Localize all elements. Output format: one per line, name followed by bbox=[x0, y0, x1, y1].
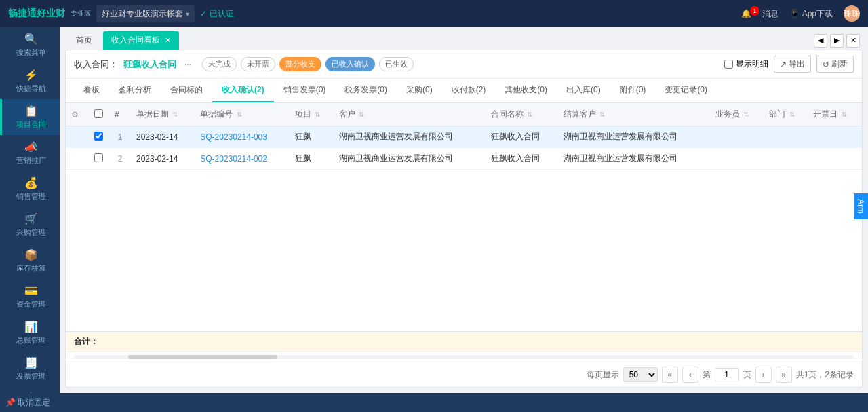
sidebar-item-marketing[interactable]: 📣 营销推广 bbox=[0, 135, 60, 171]
first-page-btn[interactable]: « bbox=[662, 367, 678, 383]
refresh-btn[interactable]: ↺ 刷新 bbox=[816, 56, 854, 73]
page-unit: 页 bbox=[743, 369, 751, 381]
th-result-customer: 结算客户 ⇅ bbox=[558, 103, 710, 126]
sidebar-item-general[interactable]: 📊 总账管理 bbox=[0, 315, 60, 351]
purchase-icon: 🛒 bbox=[24, 212, 38, 225]
sort-dept-icon[interactable]: ⇅ bbox=[789, 111, 795, 118]
tab-controls: ◀ ▶ ✕ bbox=[814, 34, 860, 48]
sort-result-icon[interactable]: ⇅ bbox=[599, 111, 605, 118]
sort-date-icon[interactable]: ⇅ bbox=[172, 111, 178, 118]
company-selector[interactable]: 好业财专业版演示帐套 ▾ bbox=[96, 5, 195, 22]
tab-contract-board[interactable]: 收入合同看板 ✕ bbox=[103, 31, 179, 50]
tab-home[interactable]: 首页 bbox=[68, 31, 100, 50]
tab-payment[interactable]: 收付款(2) bbox=[442, 79, 496, 102]
status-badge-incomplete[interactable]: 未完成 bbox=[202, 57, 237, 71]
cell-project: 狂飙 bbox=[290, 126, 334, 148]
status-badge-effective[interactable]: 已生效 bbox=[379, 57, 414, 71]
user-menu[interactable]: 珠珠 bbox=[844, 5, 860, 22]
sidebar-item-funds[interactable]: 💳 资金管理 bbox=[0, 279, 60, 315]
tab-attachment[interactable]: 附件(0) bbox=[610, 79, 656, 102]
scroll-thumb[interactable] bbox=[128, 355, 277, 359]
sidebar-item-project[interactable]: 📋 项目合同 bbox=[0, 99, 60, 135]
sidebar-item-invoice[interactable]: 🧾 发票管理 bbox=[0, 351, 60, 387]
tab-change-log[interactable]: 变更记录(0) bbox=[655, 79, 717, 102]
bottom-cancel-pin-label: 取消固定 bbox=[18, 397, 50, 409]
per-page-select[interactable]: 50 20 100 bbox=[623, 367, 658, 382]
tab-bar: 首页 收入合同看板 ✕ ◀ ▶ ✕ bbox=[60, 27, 868, 50]
select-all-checkbox[interactable] bbox=[94, 109, 103, 118]
sort-docno-icon[interactable]: ⇅ bbox=[237, 111, 242, 118]
tab-contract-label: 收入合同看板 bbox=[111, 35, 160, 45]
app-download-btn[interactable]: 📱 App下载 bbox=[789, 8, 833, 20]
notification-badge: 1 bbox=[750, 6, 760, 16]
doc-no-link[interactable]: SQ-20230214-003 bbox=[200, 132, 267, 142]
page-content: 收入合同： 狂飙收入合同 ··· 未完成 未开票 部分收支 已收入确认 已生效 … bbox=[65, 50, 863, 388]
status-badges: 未完成 未开票 部分收支 已收入确认 已生效 bbox=[202, 57, 414, 71]
cell-doc-no[interactable]: SQ-20230214-002 bbox=[195, 148, 290, 170]
sales-icon: 💰 bbox=[24, 176, 38, 189]
marketing-icon: 📣 bbox=[24, 141, 38, 153]
table-footer: 合计： bbox=[66, 331, 862, 352]
tab-revenue-confirm[interactable]: 收入确认(2) bbox=[212, 79, 274, 102]
page-actions: 显示明细 ↗ 导出 ↺ 刷新 bbox=[724, 56, 854, 73]
status-badge-partial[interactable]: 部分收支 bbox=[279, 57, 321, 71]
show-detail-input[interactable] bbox=[724, 60, 733, 69]
tab-tax-invoice[interactable]: 税务发票(0) bbox=[335, 79, 397, 102]
sort-customer-icon[interactable]: ⇅ bbox=[359, 111, 364, 118]
table-row[interactable]: 1 2023-02-14 SQ-20230214-003 狂飙 湖南卫视商业运营… bbox=[66, 126, 862, 148]
prev-page-btn[interactable]: ‹ bbox=[682, 367, 698, 383]
right-float-label: Arm bbox=[856, 199, 865, 214]
more-btn[interactable]: ··· bbox=[184, 60, 191, 69]
total-label: 合计： bbox=[74, 336, 98, 348]
tab-prev-btn[interactable]: ◀ bbox=[814, 34, 827, 48]
sort-opendate-icon[interactable]: ⇅ bbox=[842, 111, 847, 118]
row-checkbox[interactable] bbox=[94, 153, 103, 162]
settings-icon[interactable]: ⚙ bbox=[71, 110, 79, 119]
last-page-btn[interactable]: » bbox=[776, 367, 792, 383]
status-badge-uninvoiced[interactable]: 未开票 bbox=[241, 57, 275, 71]
cell-customer: 湖南卫视商业运营发展有限公司 bbox=[334, 126, 486, 148]
sidebar-item-search[interactable]: 🔍 搜索菜单 bbox=[0, 27, 60, 63]
bottom-cancel-pin[interactable]: 📌 取消固定 bbox=[5, 397, 50, 409]
show-detail-label: 显示明细 bbox=[736, 58, 768, 70]
sidebar-item-sales[interactable]: 💰 销售管理 bbox=[0, 171, 60, 207]
inventory-icon: 📦 bbox=[24, 248, 38, 261]
tab-subject[interactable]: 合同标的 bbox=[161, 79, 212, 102]
status-badge-confirmed[interactable]: 已收入确认 bbox=[326, 57, 375, 71]
sort-salesperson-icon[interactable]: ⇅ bbox=[743, 111, 749, 118]
cell-checkbox[interactable] bbox=[87, 126, 109, 148]
sort-contract-icon[interactable]: ⇅ bbox=[527, 111, 532, 118]
tab-purchase[interactable]: 采购(0) bbox=[397, 79, 442, 102]
tab-warehouse[interactable]: 出入库(0) bbox=[557, 79, 610, 102]
sort-project-icon[interactable]: ⇅ bbox=[315, 111, 320, 118]
tab-board[interactable]: 看板 bbox=[74, 79, 109, 102]
tab-other[interactable]: 其他收支(0) bbox=[495, 79, 557, 102]
notifications-btn[interactable]: 🔔 1 消息 bbox=[741, 8, 778, 20]
sidebar-item-inventory[interactable]: 📦 库存核算 bbox=[0, 243, 60, 279]
page-input[interactable] bbox=[715, 368, 739, 381]
cell-department bbox=[764, 126, 808, 148]
cell-contract: 狂飙收入合同 bbox=[486, 148, 558, 170]
sidebar-item-nav[interactable]: ⚡ 快捷导航 bbox=[0, 63, 60, 99]
sidebar-label-purchase: 采购管理 bbox=[16, 227, 46, 238]
close-icon[interactable]: ✕ bbox=[165, 36, 171, 44]
right-float-btn[interactable]: Arm bbox=[854, 193, 868, 219]
sidebar-item-purchase[interactable]: 🛒 采购管理 bbox=[0, 207, 60, 243]
tab-next-btn[interactable]: ▶ bbox=[830, 34, 844, 48]
page-header: 收入合同： 狂飙收入合同 ··· 未完成 未开票 部分收支 已收入确认 已生效 … bbox=[66, 50, 862, 79]
cell-checkbox[interactable] bbox=[87, 148, 109, 170]
cell-contract: 狂飙收入合同 bbox=[486, 126, 558, 148]
tab-close-btn[interactable]: ✕ bbox=[846, 34, 860, 48]
tab-profit[interactable]: 盈利分析 bbox=[109, 79, 161, 102]
sidebar-label-marketing: 营销推广 bbox=[16, 155, 46, 166]
doc-no-link[interactable]: SQ-20230214-002 bbox=[200, 154, 267, 164]
show-detail-checkbox[interactable]: 显示明细 bbox=[724, 58, 768, 70]
next-page-btn[interactable]: › bbox=[755, 367, 772, 383]
cell-doc-no[interactable]: SQ-20230214-003 bbox=[195, 126, 290, 148]
table-row[interactable]: 2 2023-02-14 SQ-20230214-002 狂飙 湖南卫视商业运营… bbox=[66, 148, 862, 170]
export-btn[interactable]: ↗ 导出 bbox=[774, 56, 811, 73]
sidebar-item-tax[interactable]: 🏛 税务管理 bbox=[0, 387, 60, 393]
tab-sales-invoice[interactable]: 销售发票(0) bbox=[274, 79, 336, 102]
table-area: ⚙ # 单据日期 ⇅ 单据编号 bbox=[66, 103, 862, 331]
row-checkbox[interactable] bbox=[94, 132, 103, 141]
